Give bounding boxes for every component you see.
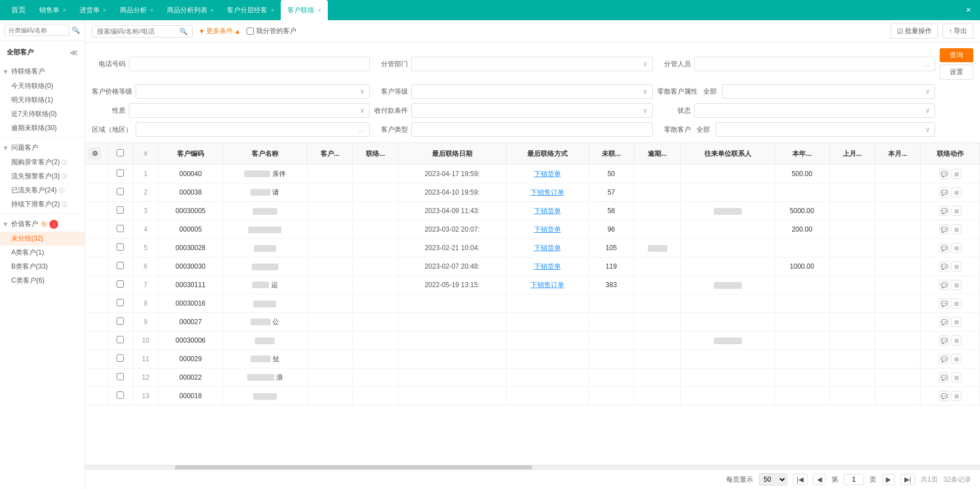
nav-tab-analysis[interactable]: 商品分析 ×	[113, 0, 160, 20]
col-code[interactable]: 客户编码	[159, 143, 223, 165]
grid-icon[interactable]: ⊞	[951, 169, 962, 179]
row-checkbox[interactable]	[117, 188, 124, 195]
col-last-date[interactable]: 最后联络日期	[398, 143, 506, 165]
sidebar-group-pending[interactable]: ▼ 待联络客户	[0, 64, 85, 79]
last-way-link[interactable]: 下销货单	[534, 207, 561, 215]
close-tab-icon[interactable]: ×	[103, 7, 106, 13]
checkbox-cell[interactable]	[108, 276, 133, 294]
retail-customer-select[interactable]: ∨	[716, 122, 935, 137]
row-checkbox[interactable]	[117, 262, 124, 269]
chat-icon[interactable]: 💬	[939, 354, 949, 364]
sidebar-group-problem[interactable]: ▼ 问题客户	[0, 140, 85, 155]
checkbox-cell[interactable]	[108, 387, 133, 405]
chat-icon[interactable]: 💬	[939, 169, 949, 179]
grid-icon[interactable]: ⊞	[951, 317, 962, 327]
all-customers-header[interactable]: 全部客户 ≪	[4, 44, 80, 61]
region-select[interactable]: …	[136, 122, 370, 137]
last-way-link[interactable]: 下销售订单	[531, 188, 564, 196]
customer-type-select[interactable]	[411, 122, 652, 137]
row-checkbox[interactable]	[117, 169, 124, 177]
chat-icon[interactable]: 💬	[939, 261, 949, 271]
search-input[interactable]	[97, 27, 179, 35]
col-unlinked[interactable]: 未联...	[588, 143, 634, 165]
close-all-tabs-button[interactable]: ×	[962, 5, 976, 15]
chat-icon[interactable]: 💬	[939, 317, 949, 327]
status-select[interactable]: ∨	[694, 103, 935, 118]
checkbox-cell[interactable]	[108, 257, 133, 276]
chat-icon[interactable]: 💬	[939, 243, 949, 253]
checkbox-cell[interactable]	[108, 183, 133, 202]
col-overdue[interactable]: 逾期...	[634, 143, 681, 165]
grid-icon[interactable]: ⊞	[951, 280, 962, 290]
refresh-icon[interactable]: ↻	[40, 220, 48, 228]
settings-col-header[interactable]: ⚙	[85, 143, 108, 165]
reset-button[interactable]: 设置	[940, 64, 973, 80]
grid-icon[interactable]: ⊞	[951, 261, 962, 271]
row-checkbox[interactable]	[117, 206, 124, 214]
price-level-select[interactable]: ∨	[136, 84, 370, 99]
page-number-input[interactable]	[844, 474, 864, 485]
nav-tab-sales[interactable]: 销售单 ×	[32, 0, 73, 20]
more-filters-button[interactable]: ▼ 更多条件 ▲	[198, 26, 241, 36]
sidebar-item-churned[interactable]: 已流失客户(24) ⓘ	[0, 183, 85, 197]
batch-ops-button[interactable]: ☑ 批量操作	[891, 24, 938, 39]
sidebar-item-7days[interactable]: 近7天待联络(0)	[0, 107, 85, 121]
close-tab-icon[interactable]: ×	[63, 7, 66, 13]
prev-page-button[interactable]: ◀	[813, 474, 826, 485]
grid-icon[interactable]: ⊞	[951, 187, 962, 197]
chat-icon[interactable]: 💬	[939, 391, 949, 401]
row-checkbox[interactable]	[117, 317, 124, 325]
chat-icon[interactable]: 💬	[939, 187, 949, 197]
settings-icon[interactable]: ⚙	[89, 147, 101, 160]
last-way-link[interactable]: 下销货单	[534, 244, 561, 252]
close-tab-icon[interactable]: ×	[150, 7, 154, 13]
last-way-link[interactable]: 下销货单	[534, 262, 561, 270]
per-page-select[interactable]: 50 100 200	[759, 473, 787, 486]
dept-select[interactable]: ∨	[411, 57, 652, 71]
retail-attr-select[interactable]: ∨	[722, 84, 935, 99]
nav-tab-customer-layer[interactable]: 客户分层经客 ×	[220, 0, 281, 20]
nav-tab-analysis-list[interactable]: 商品分析列表 ×	[160, 0, 221, 20]
checkbox-cell[interactable]	[108, 368, 133, 387]
sidebar-item-a-class[interactable]: A类客户(1)	[0, 246, 85, 260]
close-tab-icon[interactable]: ×	[271, 7, 274, 13]
col-this-month[interactable]: 本月...	[875, 143, 920, 165]
chat-icon[interactable]: 💬	[939, 298, 949, 308]
grid-icon[interactable]: ⊞	[951, 372, 962, 382]
payment-select[interactable]: ∨	[411, 103, 652, 118]
last-way-link[interactable]: 下销货单	[534, 225, 561, 233]
grid-icon[interactable]: ⊞	[951, 335, 962, 345]
col-this-year[interactable]: 本年...	[775, 143, 830, 165]
checkbox-cell[interactable]	[108, 350, 133, 368]
grid-icon[interactable]: ⊞	[951, 391, 962, 401]
row-checkbox[interactable]	[117, 391, 124, 399]
last-page-button[interactable]: ▶|	[900, 474, 915, 485]
row-checkbox[interactable]	[117, 354, 124, 362]
chat-icon[interactable]: 💬	[939, 206, 949, 216]
sidebar-item-churn-warning[interactable]: 流失预警客户(3) ⓘ	[0, 169, 85, 183]
row-checkbox[interactable]	[117, 280, 124, 288]
horizontal-scrollbar[interactable]	[85, 465, 980, 469]
customer-level-select[interactable]: ∨	[411, 84, 652, 99]
sidebar-item-ungroup[interactable]: 未分组(32)	[0, 232, 85, 246]
sidebar-search-icon[interactable]: 🔍	[72, 26, 80, 34]
chat-icon[interactable]: 💬	[939, 372, 949, 382]
last-way-link[interactable]: 下销货单	[534, 170, 561, 178]
checkbox-cell[interactable]	[108, 165, 133, 183]
grid-icon[interactable]: ⊞	[951, 243, 962, 253]
checkbox-cell[interactable]	[108, 239, 133, 257]
checkbox-col-header[interactable]	[108, 143, 133, 165]
nav-home[interactable]: 首页	[4, 5, 32, 15]
sidebar-search-input[interactable]	[4, 25, 69, 36]
checkbox-cell[interactable]	[108, 313, 133, 331]
nature-select[interactable]: ∨	[129, 103, 370, 118]
sidebar-item-tomorrow[interactable]: 明天待联络(1)	[0, 93, 85, 107]
sidebar-item-declining[interactable]: 持续下滑客户(2) ⓘ	[0, 197, 85, 211]
my-customers-check[interactable]	[247, 27, 254, 35]
nav-tab-customer-contact[interactable]: 客户联络 ×	[281, 0, 328, 20]
sidebar-item-b-class[interactable]: B类客户(33)	[0, 260, 85, 274]
grid-icon[interactable]: ⊞	[951, 354, 962, 364]
close-tab-icon[interactable]: ×	[211, 7, 214, 13]
grid-icon[interactable]: ⊞	[951, 224, 962, 234]
my-customers-checkbox[interactable]: 我分管的客户	[247, 26, 296, 36]
